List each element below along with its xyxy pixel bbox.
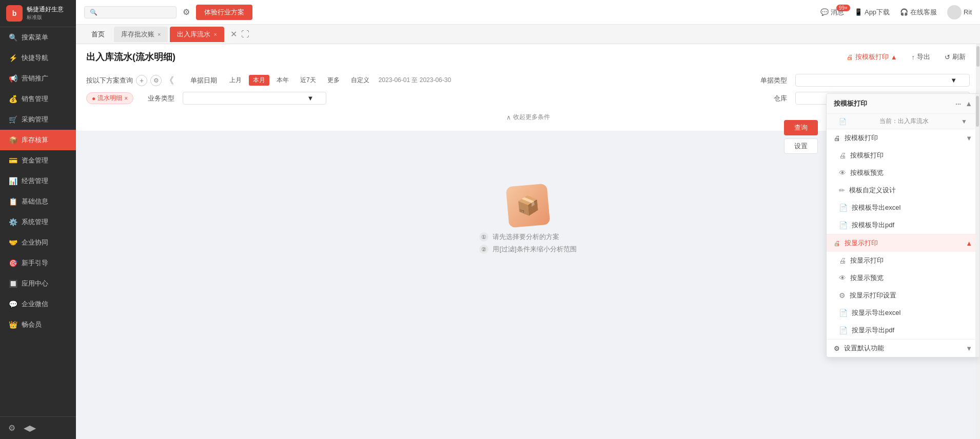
dropdown-template-preview-item[interactable]: 👁 按模板预览 bbox=[827, 164, 979, 182]
flow-tab-close[interactable]: × bbox=[213, 31, 217, 37]
topbar-search-icon: 🔍 bbox=[90, 9, 97, 16]
dropdown-display-preview-item[interactable]: 👁 按显示预览 bbox=[827, 269, 979, 287]
message-icon: 💬 bbox=[820, 8, 829, 16]
sidebar-item-label: 经营管理 bbox=[22, 176, 48, 186]
message-badge: 99+ bbox=[836, 5, 850, 11]
tab-home[interactable]: 首页 bbox=[84, 27, 112, 42]
collapse-more-label: 收起更多条件 bbox=[513, 113, 550, 122]
empty-state-icon: 📦 bbox=[506, 184, 551, 228]
user-name: Rit bbox=[964, 8, 972, 16]
sidebar-item-finance[interactable]: 💳 资金管理 bbox=[0, 150, 76, 171]
user-avatar-area[interactable]: Rit bbox=[947, 5, 972, 19]
print-template-button[interactable]: 🖨 按模板打印 ▲ bbox=[842, 50, 901, 64]
display-print-settings-icon: ⚙ bbox=[839, 291, 846, 300]
dropdown-display-print-settings-item[interactable]: ⚙ 按显示打印设置 bbox=[827, 287, 979, 304]
dropdown-header: 按模板打印 ··· ▲ bbox=[827, 94, 979, 114]
date-option-current-month[interactable]: 本月 bbox=[249, 75, 269, 86]
message-button[interactable]: 💬 消息 99+ bbox=[820, 8, 844, 17]
date-option-prev-month[interactable]: 上月 bbox=[225, 75, 246, 86]
business-type-chevron-icon: ▼ bbox=[307, 94, 313, 102]
doc-type-chevron-icon: ▼ bbox=[950, 76, 957, 84]
dropdown-template-export-pdf-item[interactable]: 📄 按模板导出pdf bbox=[827, 216, 979, 234]
topbar-search[interactable]: 🔍 bbox=[84, 6, 177, 18]
business-type-select[interactable]: ▼ bbox=[183, 92, 326, 105]
dropdown-display-export-pdf-item[interactable]: 📄 按显示导出pdf bbox=[827, 322, 979, 339]
window-close-button[interactable]: ✕ bbox=[230, 29, 237, 39]
app-name: 畅捷通好生意 bbox=[27, 6, 64, 14]
dropdown-footer[interactable]: ⚙ 设置默认功能 ▼ bbox=[827, 340, 979, 357]
dropdown-chevron-up-icon[interactable]: ▲ bbox=[965, 99, 972, 108]
basic-icon: 📋 bbox=[8, 197, 17, 206]
apps-icon: 🔲 bbox=[8, 280, 17, 288]
current-template-chevron-icon: ▼ bbox=[961, 118, 967, 125]
date-option-current-year[interactable]: 本年 bbox=[272, 75, 293, 86]
sidebar-item-cooperation[interactable]: 🤝 企业协同 bbox=[0, 232, 76, 253]
sidebar-item-basic[interactable]: 📋 基础信息 bbox=[0, 191, 76, 212]
sidebar-item-member[interactable]: 👑 畅会员 bbox=[0, 314, 76, 335]
sidebar-item-purchase[interactable]: 🛒 采购管理 bbox=[0, 109, 76, 130]
template-print-item-label: 按模板打印 bbox=[850, 151, 884, 160]
sidebar-item-wechat[interactable]: 💬 企业微信 bbox=[0, 294, 76, 314]
export-button[interactable]: ↑ 导出 bbox=[908, 50, 935, 64]
filter-section-label: 按以下方案查询 bbox=[86, 76, 133, 85]
flow-tag[interactable]: ● 流水明细 × bbox=[86, 92, 133, 104]
template-print-section-icon: 🖨 bbox=[834, 134, 840, 142]
empty-step-1: ① 请先选择要分析的方案 bbox=[479, 232, 576, 242]
collapse-sidebar-icon[interactable]: ◀▶ bbox=[24, 423, 36, 433]
dropdown-more-icon[interactable]: ··· bbox=[955, 100, 961, 108]
inventory-icon: 📦 bbox=[8, 136, 17, 144]
date-option-more[interactable]: 更多 bbox=[323, 75, 344, 86]
system-icon: ⚙️ bbox=[8, 218, 17, 226]
sidebar-item-inventory[interactable]: 📦 库存核算 bbox=[0, 130, 76, 150]
dropdown-display-export-excel-item[interactable]: 📄 按显示导出excel bbox=[827, 304, 979, 322]
tab-flow[interactable]: 出入库流水 × bbox=[170, 27, 224, 42]
filter-controls: 按以下方案查询 + ⚙ 《 bbox=[86, 74, 174, 87]
sidebar-item-apps[interactable]: 🔲 应用中心 bbox=[0, 273, 76, 294]
batch-tab-close[interactable]: × bbox=[158, 31, 161, 37]
sidebar-item-sales[interactable]: 💰 销售管理 bbox=[0, 89, 76, 109]
filter-add-button[interactable]: + bbox=[136, 75, 147, 86]
empty-state: 📦 ① 请先选择要分析的方案 ② 用[过滤]条件来缩小分析范围 bbox=[479, 185, 576, 257]
app-download-button[interactable]: 📱 App下载 bbox=[854, 8, 890, 17]
date-option-last-7days[interactable]: 近7天 bbox=[296, 75, 320, 86]
filter-settings-button[interactable]: ⚙ bbox=[150, 75, 162, 86]
display-print-section-header[interactable]: 🖨 按显示打印 ▲ bbox=[827, 234, 979, 252]
customer-service-button[interactable]: 🎧 在线客服 bbox=[900, 8, 937, 17]
filter-collapse-icon[interactable]: 《 bbox=[165, 74, 174, 87]
sidebar-item-label: 畅会员 bbox=[22, 320, 42, 329]
current-template-label: 📄 当前：出入库流水 ▼ bbox=[827, 114, 979, 129]
template-print-section-header[interactable]: 🖨 按模板打印 ▼ bbox=[827, 129, 979, 147]
sales-icon: 💰 bbox=[8, 95, 17, 103]
sidebar-item-system[interactable]: ⚙️ 系统管理 bbox=[0, 212, 76, 232]
dropdown-template-custom-item[interactable]: ✏ 模板自定义设计 bbox=[827, 182, 979, 199]
set-button[interactable]: 设置 bbox=[784, 138, 818, 154]
settings-icon[interactable]: ⚙ bbox=[8, 423, 15, 433]
sidebar-item-marketing[interactable]: 📢 营销推广 bbox=[0, 68, 76, 89]
sidebar-item-label: 新手引导 bbox=[22, 258, 48, 268]
window-expand-button[interactable]: ⛶ bbox=[241, 30, 249, 39]
query-button[interactable]: 查询 bbox=[784, 120, 818, 135]
trial-button[interactable]: 体验行业方案 bbox=[196, 5, 252, 20]
sidebar-item-operations[interactable]: 📊 经营管理 bbox=[0, 171, 76, 191]
marketing-icon: 📢 bbox=[8, 74, 17, 83]
page-content: 出入库流水(流水明细) 🖨 按模板打印 ▲ ↑ 导出 ↺ 刷新 bbox=[76, 44, 980, 439]
tab-batch[interactable]: 库存批次账 × bbox=[114, 27, 168, 42]
sidebar-item-newbie[interactable]: 🎯 新手引导 bbox=[0, 253, 76, 273]
dropdown-template-export-excel-item[interactable]: 📄 按模板导出excel bbox=[827, 199, 979, 216]
warehouse-label: 仓库 bbox=[774, 94, 787, 103]
dropdown-display-print-item[interactable]: 🖨 按显示打印 bbox=[827, 252, 979, 269]
date-option-custom[interactable]: 自定义 bbox=[347, 75, 374, 86]
display-export-pdf-label: 按显示导出pdf bbox=[852, 326, 894, 335]
flow-tag-close-icon[interactable]: × bbox=[124, 95, 128, 102]
page-title: 出入库流水(流水明细) bbox=[86, 51, 175, 63]
doc-type-select[interactable]: ▼ bbox=[795, 74, 970, 87]
dropdown-template-print-item[interactable]: 🖨 按模板打印 bbox=[827, 147, 979, 164]
sidebar-item-search[interactable]: 🔍 搜索菜单 bbox=[0, 27, 76, 48]
display-print-section-label: 按显示打印 bbox=[845, 238, 878, 248]
sidebar-item-shortcut[interactable]: ⚡ 快捷导航 bbox=[0, 48, 76, 68]
refresh-button[interactable]: ↺ 刷新 bbox=[940, 50, 970, 64]
flow-tag-icon: ● bbox=[92, 95, 95, 102]
dropdown-scrollbar[interactable] bbox=[975, 94, 979, 357]
footer-label: 设置默认功能 bbox=[844, 344, 884, 353]
topbar-gear-icon[interactable]: ⚙ bbox=[183, 7, 190, 17]
